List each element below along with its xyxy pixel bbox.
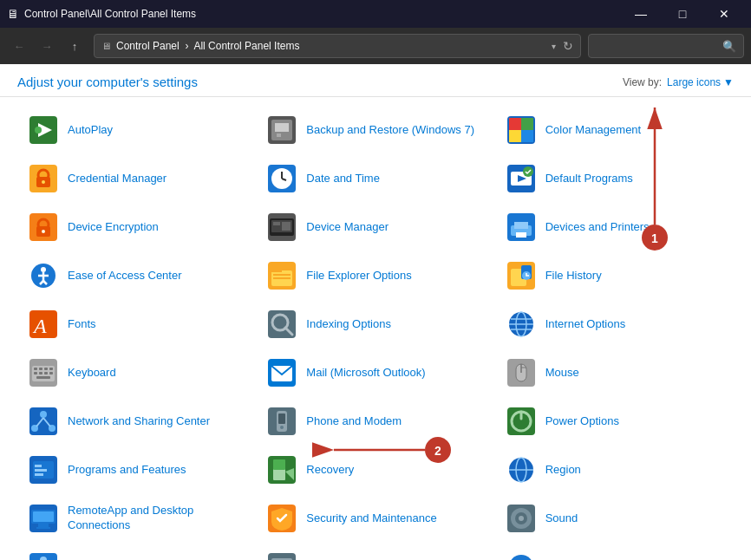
item-label: Mail (Microsoft Outlook) <box>306 366 425 381</box>
svg-rect-107 <box>38 524 49 527</box>
maximize-button[interactable]: □ <box>663 0 702 28</box>
control-panel-item[interactable]: Device Encryption <box>17 203 256 251</box>
control-panel-item[interactable]: Keyboard <box>17 348 256 397</box>
svg-rect-9 <box>521 118 533 130</box>
search-input[interactable] <box>596 40 722 52</box>
item-icon <box>28 503 59 534</box>
control-panel-item[interactable]: Power Options <box>495 397 734 446</box>
svg-rect-66 <box>44 368 48 370</box>
item-icon <box>28 212 59 243</box>
svg-rect-94 <box>35 465 42 467</box>
item-label: Device Manager <box>306 220 389 235</box>
item-icon <box>506 503 537 534</box>
control-panel-item[interactable]: RemoteApp and Desktop Connections <box>17 494 256 543</box>
svg-rect-5 <box>275 123 289 132</box>
item-icon <box>506 260 537 291</box>
view-by-caret-icon: ▼ <box>723 76 734 88</box>
item-label: Default Programs <box>545 172 633 186</box>
svg-rect-31 <box>273 222 280 225</box>
page-title: Adjust your computer's settings <box>17 75 198 89</box>
control-panel-item[interactable]: Ease of Access Center <box>17 251 256 300</box>
item-label: Fonts <box>68 317 96 332</box>
control-panel-item[interactable]: AFonts <box>17 300 256 348</box>
svg-rect-106 <box>33 511 54 522</box>
svg-rect-45 <box>271 267 282 272</box>
item-label: RemoteApp and Desktop Connections <box>68 504 245 533</box>
control-panel-item[interactable]: Color Management <box>495 106 734 154</box>
search-icon: 🔍 <box>722 40 736 53</box>
item-label: Internet Options <box>545 317 626 332</box>
control-panel-item[interactable]: Mouse <box>495 348 734 397</box>
control-panel-item[interactable]: Security and Maintenance <box>256 494 494 543</box>
control-panel-item[interactable]: Date and Time <box>256 154 494 203</box>
forward-button[interactable]: → <box>35 34 59 58</box>
navbar: ← → ↑ 🖥 Control Panel › All Control Pane… <box>0 28 751 64</box>
item-label: Keyboard <box>68 366 116 381</box>
control-panel-item[interactable]: Region <box>495 446 734 494</box>
control-panel-item[interactable]: File Explorer Options <box>256 251 494 300</box>
item-label: AutoPlay <box>68 123 113 138</box>
control-panel-item[interactable]: Sound <box>495 494 734 543</box>
control-panel-item[interactable]: Default Programs <box>495 154 734 203</box>
item-label: File Explorer Options <box>306 269 411 283</box>
control-panel-item[interactable]: Indexing Options <box>256 300 494 348</box>
control-panel-item[interactable]: Internet Options <box>495 300 734 348</box>
svg-point-88 <box>280 426 284 429</box>
item-icon <box>506 551 537 560</box>
control-panel-item[interactable]: Network and Sharing Center <box>17 397 256 446</box>
control-panel-item[interactable]: Recovery <box>256 446 494 494</box>
minimize-button[interactable]: — <box>621 0 661 28</box>
item-icon <box>266 503 297 534</box>
svg-rect-71 <box>49 372 53 374</box>
address-icon: 🖥 <box>101 41 111 51</box>
svg-text:A: A <box>32 315 47 337</box>
control-panel-item[interactable]: Device Manager <box>256 203 494 251</box>
svg-point-2 <box>35 127 42 133</box>
item-label: Credential Manager <box>68 172 167 186</box>
item-icon <box>266 551 297 560</box>
item-label: Date and Time <box>306 172 380 186</box>
control-panel-item[interactable]: File History <box>495 251 734 300</box>
control-panel-item[interactable]: Storage Spaces <box>256 543 494 560</box>
item-icon <box>506 309 537 340</box>
item-icon <box>28 406 59 437</box>
item-icon <box>266 212 297 243</box>
control-panel-item[interactable]: Phone and Modem <box>256 397 494 446</box>
svg-rect-47 <box>273 277 291 279</box>
control-panel-item[interactable]: Devices and Printers <box>495 203 734 251</box>
item-icon <box>28 454 59 485</box>
view-by-dropdown[interactable]: Large icons ▼ <box>667 76 734 88</box>
close-button[interactable]: ✕ <box>704 0 744 28</box>
control-panel-item[interactable]: Programs and Features <box>17 446 256 494</box>
control-panel-item[interactable]: Speech Recognition <box>17 543 256 560</box>
control-panel-item[interactable]: Backup and Restore (Windows 7) <box>256 106 494 154</box>
item-label: Mouse <box>545 366 579 381</box>
item-icon <box>506 406 537 437</box>
address-bar[interactable]: 🖥 Control Panel › All Control Panel Item… <box>94 34 581 58</box>
item-icon <box>28 551 59 560</box>
item-icon <box>266 309 297 340</box>
control-panel-item[interactable]: Mail (Microsoft Outlook) <box>256 348 494 397</box>
control-panel-item[interactable]: AutoPlay <box>17 106 256 154</box>
titlebar-title: Control Panel\All Control Panel Items <box>24 8 621 20</box>
item-label: Region <box>545 463 581 478</box>
svg-rect-87 <box>278 413 285 424</box>
search-box[interactable]: 🔍 <box>588 34 744 58</box>
refresh-button[interactable]: ↻ <box>563 39 573 53</box>
item-label: Backup and Restore (Windows 7) <box>306 123 474 138</box>
view-by-label: View by: <box>623 76 662 88</box>
back-button[interactable]: ← <box>7 34 31 58</box>
svg-rect-65 <box>39 368 42 370</box>
titlebar: 🖥 Control Panel\All Control Panel Items … <box>0 0 751 28</box>
svg-rect-68 <box>34 372 37 374</box>
control-panel-item[interactable]: Sync Center <box>495 543 734 560</box>
svg-rect-98 <box>273 468 285 480</box>
svg-rect-67 <box>49 368 53 370</box>
address-text: Control Panel › All Control Panel Items <box>116 40 548 52</box>
up-button[interactable]: ↑ <box>62 34 87 58</box>
control-panel-item[interactable]: Credential Manager <box>17 154 256 203</box>
item-icon <box>28 357 59 388</box>
svg-point-38 <box>41 267 46 272</box>
titlebar-controls: — □ ✕ <box>621 0 744 28</box>
view-by-control: View by: Large icons ▼ <box>623 76 734 88</box>
